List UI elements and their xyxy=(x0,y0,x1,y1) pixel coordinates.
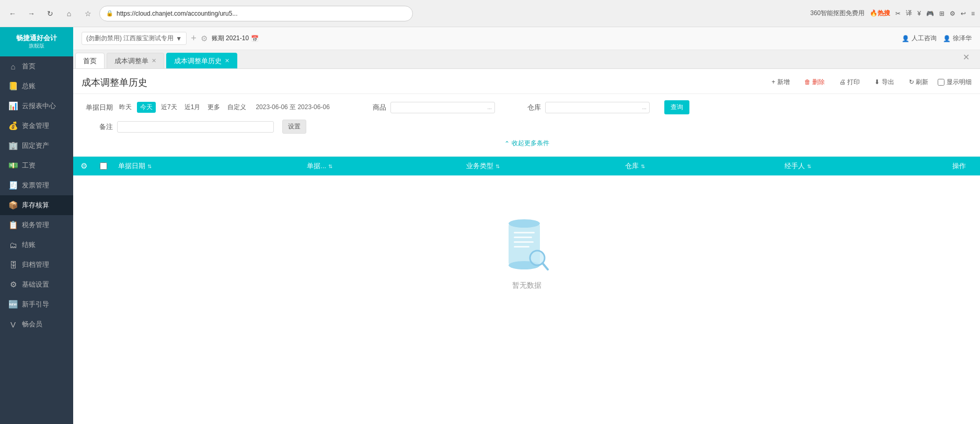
refresh-button[interactable]: ↻ xyxy=(43,6,57,21)
star-button[interactable]: ☆ xyxy=(80,6,95,21)
page-header: 成本调整单历史 + 新增 🗑 删除 🖨 打印 ⬇ 导出 ↻ 刷新 显示明细 xyxy=(73,69,980,94)
sidebar-item-invoice[interactable]: 🧾 发票管理 xyxy=(0,175,73,195)
coin-btn[interactable]: ¥ xyxy=(917,10,921,17)
settings-button[interactable]: 设置 xyxy=(282,120,306,134)
note-input[interactable] xyxy=(117,121,274,133)
browser-chrome: ← → ↻ ⌂ ☆ 🔒 https://cloud.chanjet.com/ac… xyxy=(0,0,980,27)
sidebar-item-reports[interactable]: 📊 云报表中心 xyxy=(0,96,73,116)
th-no-sort-icon: ⇅ xyxy=(328,163,332,169)
fixed-assets-icon: 🏢 xyxy=(8,141,18,150)
add-company-button[interactable]: + xyxy=(191,33,197,44)
sidebar-item-tax[interactable]: 📋 税务管理 xyxy=(0,215,73,235)
date-btn-today[interactable]: 今天 xyxy=(137,102,156,113)
back-button[interactable]: ← xyxy=(5,6,20,21)
th-settings[interactable]: ⚙ xyxy=(73,161,94,171)
th-checkbox[interactable] xyxy=(94,162,113,170)
tab-cost-adjust-history[interactable]: 成本调整单历史 ✕ xyxy=(166,53,237,68)
tab-cost-adjust[interactable]: 成本调整单 ✕ xyxy=(107,53,164,68)
sidebar-item-inventory[interactable]: 📦 库存核算 xyxy=(0,195,73,215)
hot-search-btn[interactable]: 🔥热搜 xyxy=(870,9,890,18)
show-detail-checkbox[interactable] xyxy=(938,79,944,86)
sidebar-item-payroll[interactable]: 💵 工资 xyxy=(0,156,73,175)
tab-home[interactable]: 首页 xyxy=(75,53,105,68)
home-button[interactable]: ⌂ xyxy=(62,6,76,21)
forward-button[interactable]: → xyxy=(24,6,39,21)
guide-icon: 🆕 xyxy=(8,300,18,309)
more-btn[interactable]: ≡ xyxy=(971,10,975,17)
sidebar-item-vip[interactable]: V 畅会员 xyxy=(0,314,73,334)
table-settings-gear-icon[interactable]: ⚙ xyxy=(80,161,87,171)
date-filter-label: 单据日期 xyxy=(82,103,113,112)
th-no[interactable]: 单据... ⇅ xyxy=(302,161,460,171)
th-biz-type[interactable]: 业务类型 ⇅ xyxy=(461,161,620,171)
delete-button[interactable]: 🗑 删除 xyxy=(799,75,830,89)
url-bar[interactable]: 🔒 https://cloud.chanjet.com/accounting/u… xyxy=(99,6,413,21)
close-panel-button[interactable]: ✕ xyxy=(963,52,970,62)
filter-area: 单据日期 昨天 今天 近7天 近1月 更多 自定义 2023-06-06 至 2… xyxy=(73,94,980,157)
settings-gear-btn[interactable]: ⚙ xyxy=(201,34,207,43)
goods-select[interactable] xyxy=(390,102,495,113)
th-handler-label: 经手人 xyxy=(785,161,805,171)
funds-icon: 💰 xyxy=(8,121,18,131)
export-button[interactable]: ⬇ 导出 xyxy=(869,75,899,89)
th-warehouse[interactable]: 仓库 ⇅ xyxy=(620,161,779,171)
th-no-label: 单据... xyxy=(307,161,326,171)
sidebar-item-home[interactable]: ⌂ 首页 xyxy=(0,56,73,76)
translate-btn[interactable]: 译 xyxy=(906,9,912,18)
date-btn-7days[interactable]: 近7天 xyxy=(159,102,179,113)
sidebar-item-tax-label: 税务管理 xyxy=(22,220,49,230)
sidebar-item-archive[interactable]: 🗄 归档管理 xyxy=(0,255,73,275)
th-handler[interactable]: 经手人 ⇅ xyxy=(779,161,938,171)
gamepad-btn[interactable]: 🎮 xyxy=(926,10,934,17)
sidebar-item-closing[interactable]: 🗂 结账 xyxy=(0,235,73,255)
sidebar-item-guide[interactable]: 🆕 新手引导 xyxy=(0,295,73,314)
refresh-button-page[interactable]: ↻ 刷新 xyxy=(904,75,933,89)
closing-icon: 🗂 xyxy=(8,241,18,250)
consult-button[interactable]: 👤 人工咨询 xyxy=(902,34,937,43)
sidebar-item-funds[interactable]: 💰 资金管理 xyxy=(0,116,73,136)
grid-btn[interactable]: ⊞ xyxy=(939,10,944,17)
topbar: (勿删勿禁用) 江西服宝测试专用 ▼ + ⚙ 账期 2021-10 📅 👤 人工… xyxy=(73,27,980,50)
settings-btn[interactable]: ⚙ xyxy=(950,10,955,17)
sidebar-item-fixed-assets[interactable]: 🏢 固定资产 xyxy=(0,136,73,156)
th-handler-sort-icon: ⇅ xyxy=(807,163,811,169)
select-all-checkbox[interactable] xyxy=(100,162,107,170)
empty-state-icon xyxy=(501,217,553,275)
collapse-filter-button[interactable]: ⌃ 收起更多条件 xyxy=(504,139,549,148)
warehouse-select[interactable] xyxy=(545,102,650,113)
th-biz-sort-icon: ⇅ xyxy=(495,163,500,169)
collapse-icon: ⌃ xyxy=(504,140,510,147)
tab-cost-adjust-close[interactable]: ✕ xyxy=(152,57,156,64)
th-date[interactable]: 单据日期 ⇅ xyxy=(113,161,302,171)
url-text: https://cloud.chanjet.com/accounting/uru… xyxy=(117,10,237,17)
date-btn-custom[interactable]: 自定义 xyxy=(225,102,248,113)
logo-sub: 旗舰版 xyxy=(29,42,44,50)
tab-home-label: 首页 xyxy=(83,56,97,66)
date-btn-more[interactable]: 更多 xyxy=(205,102,222,113)
smart-search-btn[interactable]: 360智能抠图免费用 xyxy=(810,9,864,18)
th-date-sort-icon: ⇅ xyxy=(147,163,152,169)
tab-cost-adjust-history-close[interactable]: ✕ xyxy=(225,57,229,64)
sidebar-item-home-label: 首页 xyxy=(22,62,36,71)
sidebar-item-base-settings[interactable]: ⚙ 基础设置 xyxy=(0,275,73,295)
inventory-icon: 📦 xyxy=(8,201,18,210)
date-btn-yesterday[interactable]: 昨天 xyxy=(117,102,134,113)
sidebar-item-archive-label: 归档管理 xyxy=(22,260,49,269)
company-selector[interactable]: (勿删勿禁用) 江西服宝测试专用 ▼ xyxy=(82,32,187,45)
goods-filter-label: 商品 xyxy=(355,103,386,112)
scissors-btn[interactable]: ✂ xyxy=(895,10,901,17)
date-btn-1month[interactable]: 近1月 xyxy=(182,102,203,113)
page-title: 成本调整单历史 xyxy=(82,76,147,89)
query-button[interactable]: 查询 xyxy=(664,100,689,114)
undo-btn[interactable]: ↩ xyxy=(961,10,966,17)
filter-row-2: 备注 设置 xyxy=(82,120,972,134)
empty-state-text: 暂无数据 xyxy=(512,281,541,290)
collapse-label: 收起更多条件 xyxy=(512,139,549,148)
print-button[interactable]: 🖨 打印 xyxy=(834,75,865,89)
user-menu[interactable]: 👤 徐泽华 xyxy=(943,34,972,43)
add-button[interactable]: + 新增 xyxy=(766,75,794,89)
th-action-label: 操作 xyxy=(952,161,966,171)
company-label: (勿删勿禁用) 江西服宝测试专用 xyxy=(86,34,174,43)
svg-rect-3 xyxy=(514,232,535,233)
sidebar-item-ledger[interactable]: 📒 总账 xyxy=(0,76,73,96)
